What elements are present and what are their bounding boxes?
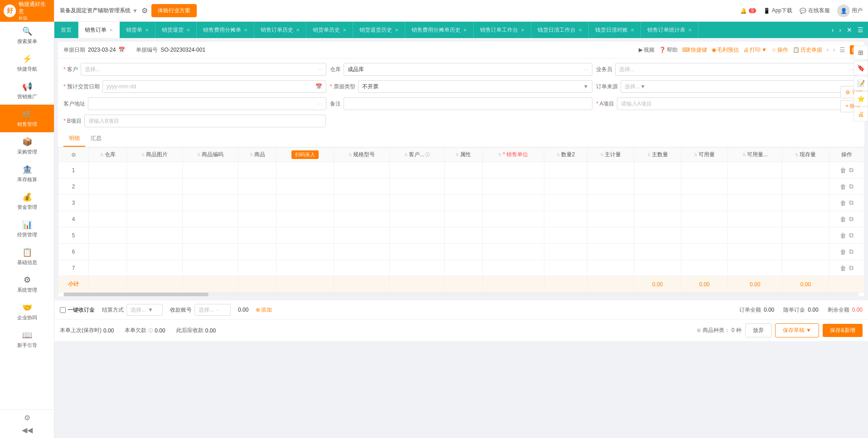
current-order-info-icon[interactable]: ⓘ [148, 327, 153, 334]
sidebar-item-7[interactable]: 📊经营管理 [0, 215, 54, 243]
sidebar-collapse[interactable]: ◀◀ [22, 426, 33, 434]
tabs-next-button[interactable]: › [837, 25, 843, 34]
tab-8[interactable]: 销售费用分摊单历史✕ [405, 22, 474, 38]
shortcut-button[interactable]: ⌨ 快捷键 [682, 46, 707, 54]
tab-close-9[interactable]: ✕ [521, 28, 524, 33]
sidebar-item-1[interactable]: ⚡快捷导航 [0, 49, 54, 77]
print-button[interactable]: 🖨 打印 ▼ [743, 46, 767, 54]
salesperson-input[interactable]: 选择... ··· [615, 63, 859, 76]
remark-input[interactable] [344, 97, 593, 110]
col-header-actions[interactable]: 操作 [829, 148, 864, 162]
save-new-button[interactable]: 保存&新增 [823, 324, 863, 337]
solution-button[interactable]: 体验行业方案 [151, 4, 197, 17]
scrollbar-area[interactable] [63, 293, 859, 296]
nav-left-icon[interactable]: ‹ [827, 47, 829, 53]
tab-3[interactable]: 销货退货✕ [155, 22, 197, 38]
tab-close-1[interactable]: ✕ [109, 28, 113, 33]
help-button[interactable]: ❓ 帮助 [659, 46, 678, 54]
tabs-prev-button[interactable]: ‹ [830, 25, 836, 34]
tab-close-6[interactable]: ✕ [343, 28, 346, 33]
calendar-icon[interactable]: 📅 [118, 47, 125, 53]
delivery-input[interactable]: yyyy-mm-dd 📅 [102, 80, 326, 93]
delete-icon-5[interactable]: 🗑 [840, 248, 846, 255]
sidebar-item-0[interactable]: 🔍搜索菜单 [0, 22, 54, 49]
operate-button[interactable]: ☆ 操作 [771, 46, 788, 54]
copy-icon-4[interactable]: ⧉ [849, 231, 853, 239]
add-button[interactable]: ⊕ 添加 [256, 306, 272, 314]
right-side-btn-5[interactable]: 🖨 [853, 107, 868, 121]
view-button[interactable]: ▶ 视频 [639, 46, 655, 54]
tab-1[interactable]: 销售订单✕ [78, 22, 120, 38]
delete-icon-2[interactable]: 🗑 [840, 199, 846, 207]
table-tab-0[interactable]: 明细 [63, 131, 85, 147]
tab-12[interactable]: 销售订单统计表✕ [641, 22, 698, 38]
sidebar-item-9[interactable]: ⚙系统管理 [0, 270, 54, 298]
online-service-item[interactable]: 💬 在线客服 [800, 7, 830, 14]
topbar-gear-icon[interactable]: ⚙ [141, 6, 148, 15]
gear-col-icon[interactable]: ⚙ [71, 152, 76, 158]
account-select[interactable]: 选择... ··· [194, 304, 231, 316]
customer-input[interactable]: 选择... ··· [81, 63, 326, 76]
copy-icon-2[interactable]: ⧉ [849, 199, 853, 207]
tab-close-11[interactable]: ✕ [630, 28, 634, 33]
tab-close-10[interactable]: ✕ [578, 28, 582, 33]
tab-9[interactable]: 销售订单工作台✕ [474, 22, 531, 38]
delete-icon-0[interactable]: 🗑 [840, 167, 846, 174]
sidebar-item-2[interactable]: 📢营销推广 [0, 77, 54, 105]
tab-close-12[interactable]: ✕ [688, 28, 692, 33]
delete-icon-6[interactable]: 🗑 [840, 265, 846, 272]
sidebar-item-6[interactable]: 💰资金管理 [0, 188, 54, 215]
sidebar-item-10[interactable]: 🤝企业协同 [0, 298, 54, 326]
tab-7[interactable]: 销货退货历史✕ [353, 22, 405, 38]
delete-icon-4[interactable]: 🗑 [840, 232, 846, 239]
tab-10[interactable]: 钱货日清工作台✕ [531, 22, 589, 38]
tab-2[interactable]: 销货单✕ [120, 22, 155, 38]
tab-close-4[interactable]: ✕ [244, 28, 247, 33]
copy-icon-6[interactable]: ⧉ [849, 264, 853, 272]
payment-method-select[interactable]: 选择... ▼ [126, 304, 163, 316]
tab-4[interactable]: 销售费用分摊单✕ [197, 22, 254, 38]
col-header-scan[interactable]: 扫码录入 [276, 148, 334, 162]
copy-icon-5[interactable]: ⧉ [849, 248, 853, 255]
copy-icon-1[interactable]: ⧉ [849, 183, 853, 190]
col-header-gear[interactable]: ⚙ [58, 148, 89, 162]
customer-address-input[interactable]: ··· [88, 97, 326, 110]
sidebar-item-11[interactable]: 📖新手引导 [0, 326, 54, 353]
tab-0[interactable]: 首页 [54, 22, 78, 38]
app-download-item[interactable]: 📱 App下载 [763, 7, 792, 14]
sidebar-item-4[interactable]: 📦采购管理 [0, 132, 54, 160]
tab-close-3[interactable]: ✕ [186, 28, 190, 33]
warehouse-input[interactable]: 成品库 ··· [344, 63, 593, 76]
tab-6[interactable]: 销货单历史✕ [306, 22, 353, 38]
tab-close-5[interactable]: ✕ [296, 28, 300, 33]
save-draft-button[interactable]: 保存草稿 ▼ [775, 323, 819, 337]
invoice-select[interactable]: 不开票 ▼ [358, 80, 593, 93]
tab-close-7[interactable]: ✕ [395, 28, 398, 33]
tabs-close-button[interactable]: ✕ [845, 25, 854, 34]
user-item[interactable]: 👤 用户 [837, 5, 863, 17]
history-button[interactable]: 📋 历史单据 [793, 46, 822, 54]
delete-icon-3[interactable]: 🗑 [840, 216, 846, 223]
sidebar-item-8[interactable]: 📋基础信息 [0, 243, 54, 270]
copy-icon-3[interactable]: ⧉ [849, 215, 853, 223]
notification-item[interactable]: 🔔 9 9 [740, 8, 756, 14]
nav-right-icon[interactable]: › [833, 47, 835, 53]
table-tab-1[interactable]: 汇总 [85, 131, 107, 147]
delete-icon-1[interactable]: 🗑 [840, 183, 846, 190]
sidebar-settings[interactable]: ⚙ [24, 414, 30, 422]
b-project-input[interactable]: 请输入B项目 [84, 115, 326, 127]
tab-5[interactable]: 销售订单历史✕ [254, 22, 306, 38]
discard-button[interactable]: 放弃 [745, 323, 771, 337]
profit-button[interactable]: ◉ 毛利预估 [712, 46, 739, 54]
right-side-btn-3[interactable]: 📝 [853, 76, 868, 91]
tabs-menu-button[interactable]: ☰ [856, 25, 865, 34]
one-key-checkbox[interactable] [60, 307, 66, 313]
right-side-btn-2[interactable]: 🔖 [853, 61, 868, 75]
scan-button[interactable]: 扫码录入 [291, 150, 319, 159]
right-side-btn-1[interactable]: ⊞ [853, 45, 868, 60]
right-side-btn-4[interactable]: ⭐ [853, 91, 868, 106]
sidebar-item-3[interactable]: 🛒销售管理 [0, 105, 54, 132]
order-source-select[interactable]: 选择... ▼ [621, 80, 859, 93]
sidebar-item-5[interactable]: 🏦库存核算 [0, 160, 54, 188]
tab-11[interactable]: 钱货日清对账✕ [589, 22, 641, 38]
